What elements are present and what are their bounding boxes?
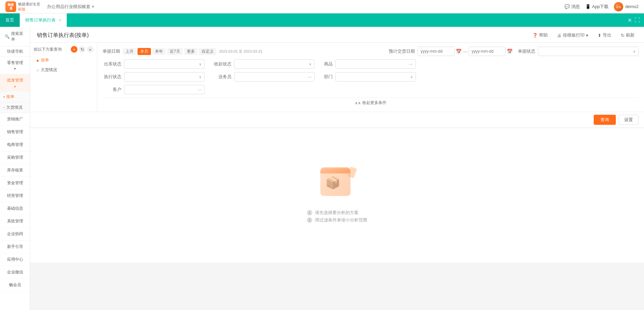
scheme-add-button[interactable]: + xyxy=(71,46,77,53)
sidebar-item-vip[interactable]: 畅会员 xyxy=(0,279,30,292)
doc-status-select[interactable]: ∨ xyxy=(538,47,639,56)
expected-date-from[interactable] xyxy=(418,47,454,56)
orders-dot-icon: ● xyxy=(3,95,5,98)
exec-status-label: 执行状态 xyxy=(103,74,121,80)
sidebar-item-marketing[interactable]: 营销推广 xyxy=(0,113,30,126)
refresh-button[interactable]: ↻ 刷新 xyxy=(618,31,637,40)
app-download-action[interactable]: 📱 App下载 xyxy=(585,4,608,10)
settings-button[interactable]: 设置 xyxy=(619,115,639,125)
filter-layout: 按以下方案查询 + ↻ « xyxy=(30,43,644,112)
user-area[interactable]: Ea demo2 xyxy=(614,2,639,11)
window-close-icon[interactable]: ✕ xyxy=(628,17,632,23)
salesperson-dots-icon: ··· xyxy=(308,74,312,80)
scheme-orders[interactable]: ● 按单 xyxy=(34,55,94,65)
exec-status-arrow-icon: ∨ xyxy=(199,75,202,79)
sidebar-item-inventory-label: 库存核算 xyxy=(7,167,23,173)
dept-select[interactable]: ∨ xyxy=(335,72,416,82)
sidebar-item-sales-label: 销售管理 xyxy=(7,129,23,135)
tab-close-icon[interactable]: × xyxy=(59,18,61,22)
sidebar-item-retail[interactable]: 零售管理 ▾ xyxy=(0,57,30,74)
tab-sales-execute-label: 销售订单执行表 xyxy=(25,17,56,23)
cal-from-icon[interactable]: 📅 xyxy=(456,49,462,54)
logo-text-inner: 畅捷通 xyxy=(8,3,14,10)
logo-icon: 畅捷通 xyxy=(5,1,16,12)
help-label: 帮助 xyxy=(539,32,548,38)
template-print-button[interactable]: 🖨 按模板打印 ▾ xyxy=(554,31,591,40)
sidebar-item-system-label: 系统管理 xyxy=(7,218,23,224)
empty-step-1: 1 请先选择要分析的方案 xyxy=(307,210,367,216)
sidebar-item-app-center[interactable]: 应用中心 xyxy=(0,253,30,266)
refresh-small-icon: ↻ xyxy=(80,47,84,52)
sidebar-item-wholesale[interactable]: 批发管理 ▴ xyxy=(0,74,30,92)
scheme-refresh-button[interactable]: ↻ xyxy=(79,46,86,53)
date-tab-last7[interactable]: 近7天 xyxy=(167,48,183,55)
date-range-label: 2023-03-01 至 2023-03-31 xyxy=(219,49,263,54)
tab-sales-execute[interactable]: 销售订单执行表 × xyxy=(20,13,67,27)
nav-tabs: 首页 销售订单执行表 × ✕ ⛶ xyxy=(0,13,644,27)
sidebar-item-sales[interactable]: 销售管理 xyxy=(0,126,30,139)
receipt-status-arrow-icon: ∨ xyxy=(309,62,312,66)
sidebar-search[interactable]: 🔍 搜索菜单 xyxy=(3,30,27,44)
empty-box-top xyxy=(320,167,351,173)
message-action[interactable]: 💬 消息 xyxy=(565,4,580,10)
customer-input[interactable]: ··· xyxy=(124,85,205,94)
help-icon: ❓ xyxy=(532,33,538,38)
date-label: 单据日期 xyxy=(103,48,120,54)
exec-status-select[interactable]: ∨ xyxy=(124,72,205,82)
main-layout: 🔍 搜索菜单 快捷导航 零售管理 ▾ 批发管理 ▴ ● 按单 ○ 欠货情况 xyxy=(0,27,644,310)
out-status-select[interactable]: ∨ xyxy=(124,59,205,69)
collapse-button[interactable]: ∧∧ 收起更多条件 xyxy=(103,98,639,108)
collapse-arrow-icon: ∧∧ xyxy=(355,101,361,105)
sidebar-item-retail-label: 零售管理 xyxy=(7,60,23,66)
sidebar-item-finance[interactable]: 资金管理 xyxy=(0,177,30,190)
goods-input[interactable]: ··· xyxy=(335,59,416,69)
sidebar-sub-debt-label: 欠货情况 xyxy=(6,105,22,110)
scheme-collapse-button[interactable]: « xyxy=(87,46,94,53)
sidebar-sub-orders[interactable]: ● 按单 xyxy=(0,92,30,102)
scheme-orders-icon: ● xyxy=(36,58,39,63)
date-tab-this-month[interactable]: 本月 xyxy=(138,48,151,55)
date-tab-this-year[interactable]: 本年 xyxy=(152,48,166,55)
export-button[interactable]: ⬆ 导出 xyxy=(595,31,614,40)
scheme-label: 按以下方案查询 xyxy=(34,47,62,52)
sidebar-item-inventory[interactable]: 库存核算 xyxy=(0,164,30,177)
sidebar-item-basic[interactable]: 基础信息 xyxy=(0,202,30,215)
refresh-icon: ↻ xyxy=(621,33,625,38)
sidebar-item-purchase[interactable]: 采购管理 xyxy=(0,151,30,164)
goods-dots-icon: ··· xyxy=(409,61,413,67)
sidebar-item-enterprise[interactable]: 企业协同 xyxy=(0,228,30,241)
sidebar-item-ecommerce-label: 电商管理 xyxy=(7,142,23,148)
app-download-icon: 📱 xyxy=(585,4,591,9)
empty-box-face: 📦 xyxy=(325,176,340,190)
date-tab-more[interactable]: 更多 xyxy=(184,48,198,55)
date-tab-last-month[interactable]: 上月 xyxy=(123,48,136,55)
receipt-status-select[interactable]: ∨ xyxy=(234,59,315,69)
customer-item: 客户 ··· xyxy=(103,85,205,94)
sidebar-search-label: 搜索菜单 xyxy=(11,31,25,42)
window-expand-icon[interactable]: ⛶ xyxy=(635,17,640,23)
sidebar-quick-nav[interactable]: 快捷导航 xyxy=(0,47,30,57)
sidebar-item-guide[interactable]: 新手引导 xyxy=(0,241,30,253)
query-button[interactable]: 查询 xyxy=(594,115,616,125)
breadcrumb[interactable]: 办公用品行业模拟账套 ▾ xyxy=(47,4,94,10)
sidebar-item-enterprise-wechat[interactable]: 企业微信 xyxy=(0,266,30,279)
scheme-debt[interactable]: ○ 欠货情况 xyxy=(34,65,94,75)
empty-state: 📦 1 请先选择要分析的方案 2 用过滤条件来缩小分析范围 xyxy=(300,141,374,250)
sidebar-item-ecommerce[interactable]: 电商管理 xyxy=(0,139,30,151)
top-bar-left: 畅捷通 畅捷通好生意 标版 办公用品行业模拟账套 ▾ xyxy=(5,1,94,12)
search-icon: 🔍 xyxy=(5,34,10,39)
empty-steps: 1 请先选择要分析的方案 2 用过滤条件来缩小分析范围 xyxy=(307,210,367,223)
cal-to-icon[interactable]: 📅 xyxy=(507,49,513,54)
customer-label: 客户 xyxy=(103,87,121,93)
sidebar-sub-debt[interactable]: ○ 欠货情况 xyxy=(0,102,30,113)
salesperson-item: 业务员 ··· xyxy=(213,72,315,82)
salesperson-input[interactable]: ··· xyxy=(234,72,315,82)
date-tab-custom[interactable]: 自定义 xyxy=(199,48,216,55)
sidebar-item-system[interactable]: 系统管理 xyxy=(0,215,30,228)
tab-home[interactable]: 首页 xyxy=(0,13,20,27)
help-button[interactable]: ❓ 帮助 xyxy=(530,31,550,40)
expected-date-to[interactable] xyxy=(469,47,505,56)
filter-row-1: 单据日期 上月 本月 本年 xyxy=(103,47,639,56)
out-status-item: 出库状态 ∨ xyxy=(103,59,205,69)
sidebar-item-operation[interactable]: 经营管理 xyxy=(0,190,30,202)
